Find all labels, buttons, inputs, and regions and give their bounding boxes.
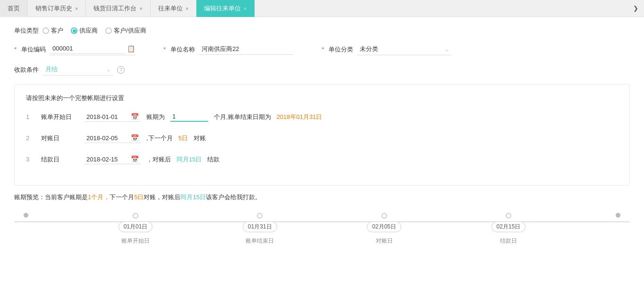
row-2-date-input[interactable]: [86, 135, 129, 142]
row-3-calendar-icon[interactable]: 📅: [131, 155, 139, 163]
unit-category-value: 未分类: [360, 45, 445, 53]
row-3-num: 3: [26, 156, 35, 163]
period-input[interactable]: [170, 112, 208, 122]
unit-type-row: 单位类型 客户 供应商 客户/供应商: [14, 26, 630, 35]
preview-part2-before: 下一个月: [110, 194, 134, 201]
row-1-label: 账单开始日: [41, 113, 79, 121]
tab-sales-order-close[interactable]: ×: [75, 6, 78, 11]
tab-sales-order[interactable]: 销售订单历史 ×: [28, 0, 86, 17]
unit-name-label: 单位名称: [170, 45, 195, 54]
preview-part2-after: 对账，对账后: [144, 194, 180, 201]
radio-customer-circle: [42, 27, 49, 34]
timeline-node-1: 01月31日 账单结束日: [243, 213, 277, 245]
timeline-node-2-desc: 对账日: [376, 237, 393, 245]
box-title: 请按照未来的一个完整帐期进行设置: [26, 94, 618, 102]
timeline-right-end: [616, 213, 620, 245]
timeline-node-3-desc: 结款日: [500, 237, 517, 245]
setting-row-2: 2 对账日 📅 ,下一个月5日对账: [26, 133, 618, 143]
tab-edit-partner-close[interactable]: ×: [244, 6, 246, 11]
radio-supplier-circle: [71, 27, 77, 34]
payment-terms-row: 收款条件 月结 ⌄ ?: [14, 64, 630, 76]
radio-group: 客户 供应商 客户/供应商: [42, 26, 146, 35]
preview-part1: 1个月，: [88, 194, 110, 201]
row-2-num: 2: [26, 135, 35, 142]
row-1-end-date: 2018年01月31日: [277, 113, 322, 121]
timeline-node-0-badge: 01月01日: [119, 221, 153, 232]
payment-terms-arrow-icon: ⌄: [107, 67, 110, 72]
row-2-calendar-icon[interactable]: 📅: [131, 134, 139, 142]
preview-prefix: 账期预览：当前客户账期是: [14, 194, 88, 201]
timeline-node-2: 02月05日 对账日: [367, 213, 401, 245]
timeline-nodes: 01月01日 账单开始日 01月31日 账单结束日 02月05日 对账日 02月…: [24, 213, 620, 245]
tab-bar: 首页 销售订单历史 × 钱货日清工作台 × 往来单位 × 编辑往来单位 × ❯: [0, 0, 644, 17]
row-3-date-wrap: 📅: [85, 154, 141, 164]
timeline-node-0: 01月01日 账单开始日: [119, 213, 153, 245]
unit-category-star: *: [322, 46, 324, 53]
timeline-node-3: 02月15日 结款日: [491, 213, 526, 245]
tab-more-button[interactable]: ❯: [627, 0, 644, 17]
row-3-label: 结款日: [41, 155, 79, 164]
tab-home[interactable]: 首页: [0, 0, 28, 17]
radio-supplier-label: 供应商: [79, 26, 98, 35]
radio-both-circle: [105, 27, 112, 34]
row-1-calendar-icon[interactable]: 📅: [131, 113, 139, 120]
row-1-date-wrap: 📅: [85, 112, 141, 122]
payment-terms-help-icon[interactable]: ?: [117, 66, 125, 74]
unit-name-input[interactable]: [199, 44, 293, 55]
radio-both[interactable]: 客户/供应商: [105, 26, 146, 35]
timeline-node-1-circle: [257, 213, 263, 219]
timeline-container: 01月01日 账单开始日 01月31日 账单结束日 02月05日 对账日 02月…: [14, 213, 630, 245]
row-1-num: 1: [26, 113, 35, 120]
row-3-suffix-before: ，对账后: [146, 155, 171, 164]
timeline-node-3-badge: 02月15日: [491, 221, 526, 232]
timeline-node-1-badge: 01月31日: [243, 221, 277, 232]
row-2-suffix-highlight: 5日: [178, 134, 188, 143]
unit-category-label: 单位分类: [329, 45, 353, 54]
tab-home-label: 首页: [8, 4, 20, 13]
timeline-node-2-circle: [381, 213, 387, 219]
payment-terms-dropdown[interactable]: 月结 ⌄: [42, 64, 113, 76]
timeline-node-0-circle: [133, 213, 138, 219]
payment-terms-group: 收款条件 月结 ⌄ ?: [14, 64, 125, 76]
radio-supplier[interactable]: 供应商: [71, 26, 98, 35]
tab-partner-label: 往来单位: [158, 4, 183, 13]
timeline-node-2-badge: 02月05日: [367, 221, 401, 232]
tab-partner-close[interactable]: ×: [186, 6, 188, 11]
timeline-node-0-desc: 账单开始日: [121, 237, 150, 245]
unit-type-group: 单位类型 客户 供应商 客户/供应商: [14, 26, 146, 35]
row-1-date-input[interactable]: [86, 113, 129, 120]
row-3-date-input[interactable]: [86, 156, 129, 163]
unit-category-dropdown[interactable]: 未分类 ⌄: [357, 43, 451, 55]
unit-code-input-wrap: 📋: [50, 43, 135, 55]
unit-code-group: * 单位编码 📋: [14, 43, 135, 55]
timeline-node-1-desc: 账单结束日: [246, 237, 274, 245]
row-3-suffix-highlight: 同月15日: [177, 155, 202, 164]
row-1-mid-text: 账期为: [146, 113, 165, 121]
tab-edit-partner[interactable]: 编辑往来单位 ×: [196, 0, 254, 17]
timeline-left-dot: [24, 213, 28, 218]
timeline-right-dot: [616, 213, 620, 218]
setting-row-3: 3 结款日 📅 ，对账后同月15日结款: [26, 154, 618, 164]
row-2-suffix-after: 对账: [194, 134, 206, 143]
unit-name-star: *: [163, 46, 166, 53]
setting-row-1: 1 账单开始日 📅 账期为 个月,账单结束日期为 2018年01月31日: [26, 112, 618, 122]
tab-cash-work[interactable]: 钱货日清工作台 ×: [86, 0, 150, 17]
tab-partner[interactable]: 往来单位 ×: [151, 0, 196, 17]
unit-code-copy-icon[interactable]: 📋: [127, 45, 135, 52]
tab-edit-partner-label: 编辑往来单位: [204, 4, 241, 13]
tab-cash-work-close[interactable]: ×: [139, 6, 142, 11]
preview-part3-highlight: 同月15日: [180, 194, 205, 201]
timeline-node-3-circle: [506, 213, 511, 219]
unit-details-row: * 单位编码 📋 * 单位名称 * 单位分类 未分类 ⌄: [14, 43, 630, 55]
preview-suffix: 该客户会给我打款。: [206, 194, 261, 201]
radio-both-label: 客户/供应商: [114, 26, 146, 35]
unit-code-star: *: [14, 46, 17, 53]
unit-code-input[interactable]: [50, 43, 125, 54]
row-2-suffix-before: ,下一个月: [146, 134, 173, 143]
preview-text: 账期预览：当前客户账期是1个月，下一个月5日对账，对账后同月15日该客户会给我打…: [14, 193, 630, 202]
row-1-suffix: 个月,账单结束日期为: [214, 113, 271, 121]
unit-code-label: 单位编码: [21, 45, 46, 54]
radio-customer-label: 客户: [51, 26, 63, 35]
tab-sales-order-label: 销售订单历史: [35, 4, 72, 13]
radio-customer[interactable]: 客户: [42, 26, 63, 35]
